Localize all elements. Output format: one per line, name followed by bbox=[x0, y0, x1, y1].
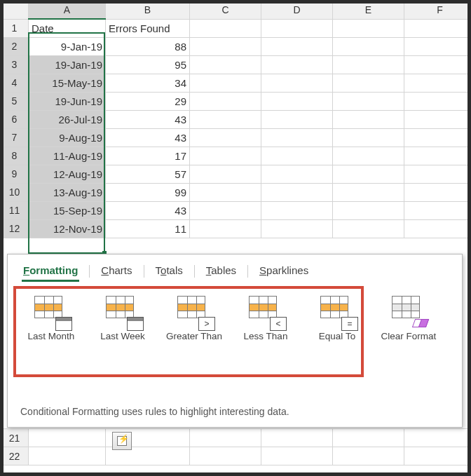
cell[interactable]: 26-Jul-19 bbox=[29, 110, 106, 128]
cell[interactable]: 17 bbox=[106, 147, 190, 165]
row-header[interactable]: 8 bbox=[1, 147, 29, 165]
cell[interactable] bbox=[404, 183, 472, 201]
row-header[interactable]: 5 bbox=[1, 92, 29, 110]
row-header[interactable]: 22 bbox=[1, 447, 29, 465]
row-header[interactable]: 10 bbox=[1, 183, 29, 201]
cell[interactable] bbox=[404, 147, 472, 165]
cell[interactable] bbox=[333, 19, 404, 37]
cell[interactable] bbox=[404, 429, 472, 447]
cell[interactable]: Errors Found bbox=[106, 19, 190, 37]
cell[interactable]: 11 bbox=[106, 219, 190, 238]
quick-analysis-button[interactable] bbox=[112, 432, 132, 450]
tab-formatting[interactable]: Formatting bbox=[16, 260, 85, 282]
row-header[interactable]: 12 bbox=[1, 219, 29, 238]
cell[interactable] bbox=[190, 110, 261, 128]
cell[interactable] bbox=[333, 110, 404, 128]
cell[interactable] bbox=[333, 183, 404, 201]
col-header-D[interactable]: D bbox=[261, 1, 333, 19]
cell[interactable]: 9-Jan-19 bbox=[29, 37, 106, 55]
tab-sparklines[interactable]: Sparklines bbox=[252, 260, 315, 282]
row-header[interactable]: 1 bbox=[1, 19, 29, 37]
cell[interactable]: 15-May-19 bbox=[29, 74, 106, 92]
cell[interactable] bbox=[333, 165, 404, 183]
cell[interactable] bbox=[29, 429, 106, 447]
cell[interactable]: 34 bbox=[106, 74, 190, 92]
tab-charts[interactable]: Charts bbox=[94, 260, 139, 282]
cell[interactable] bbox=[190, 92, 261, 110]
cell[interactable] bbox=[333, 55, 404, 74]
row-header[interactable]: 2 bbox=[1, 37, 29, 55]
cell[interactable] bbox=[404, 19, 472, 37]
col-header-E[interactable]: E bbox=[333, 1, 404, 19]
cell[interactable] bbox=[29, 447, 106, 465]
cell[interactable] bbox=[190, 201, 261, 219]
cell[interactable] bbox=[261, 147, 333, 165]
cell[interactable] bbox=[190, 55, 261, 74]
cell[interactable] bbox=[190, 37, 261, 55]
cell[interactable] bbox=[261, 447, 333, 465]
cell[interactable] bbox=[261, 219, 333, 238]
cell[interactable] bbox=[404, 219, 472, 238]
cell[interactable]: 43 bbox=[106, 110, 190, 128]
option-equal-to[interactable]: = Equal To bbox=[306, 296, 368, 343]
cell[interactable] bbox=[333, 128, 404, 147]
cell[interactable]: 95 bbox=[106, 55, 190, 74]
cell[interactable] bbox=[261, 429, 333, 447]
cell[interactable]: Date bbox=[29, 19, 106, 37]
cell[interactable] bbox=[333, 219, 404, 238]
cell[interactable] bbox=[261, 37, 333, 55]
cell[interactable] bbox=[404, 37, 472, 55]
cell[interactable]: 88 bbox=[106, 37, 190, 55]
cell[interactable] bbox=[261, 110, 333, 128]
cell[interactable] bbox=[404, 128, 472, 147]
tab-tables[interactable]: Tables bbox=[199, 260, 243, 282]
cell[interactable] bbox=[261, 74, 333, 92]
option-last-week[interactable]: Last Week bbox=[92, 296, 153, 343]
cell[interactable]: 11-Aug-19 bbox=[29, 147, 106, 165]
cell[interactable] bbox=[190, 19, 261, 37]
cell[interactable]: 9-Aug-19 bbox=[29, 128, 106, 147]
cell[interactable]: 29 bbox=[106, 92, 190, 110]
col-header-B[interactable]: B bbox=[106, 1, 190, 19]
cell[interactable] bbox=[261, 201, 333, 219]
cell[interactable]: 43 bbox=[106, 128, 190, 147]
cell[interactable] bbox=[404, 165, 472, 183]
cell[interactable] bbox=[333, 147, 404, 165]
cell[interactable] bbox=[404, 110, 472, 128]
row-header[interactable]: 11 bbox=[1, 201, 29, 219]
row-header[interactable]: 4 bbox=[1, 74, 29, 92]
cell[interactable] bbox=[261, 92, 333, 110]
tab-totals[interactable]: Totals bbox=[149, 260, 190, 282]
option-less-than[interactable]: < Less Than bbox=[235, 296, 296, 343]
cell[interactable] bbox=[404, 92, 472, 110]
option-last-month[interactable]: Last Month bbox=[20, 296, 82, 343]
cell[interactable] bbox=[190, 447, 261, 465]
cell[interactable]: 12-Aug-19 bbox=[29, 165, 106, 183]
row-header[interactable]: 3 bbox=[1, 55, 29, 74]
cell[interactable] bbox=[333, 92, 404, 110]
cell[interactable] bbox=[404, 55, 472, 74]
row-header[interactable]: 6 bbox=[1, 110, 29, 128]
cell[interactable] bbox=[404, 74, 472, 92]
cell[interactable] bbox=[333, 201, 404, 219]
col-header-F[interactable]: F bbox=[404, 1, 472, 19]
cell[interactable] bbox=[190, 165, 261, 183]
cell[interactable] bbox=[190, 74, 261, 92]
cell[interactable]: 12-Nov-19 bbox=[29, 219, 106, 238]
cell[interactable] bbox=[190, 128, 261, 147]
cell[interactable]: 13-Aug-19 bbox=[29, 183, 106, 201]
cell[interactable]: 43 bbox=[106, 201, 190, 219]
cell[interactable] bbox=[333, 447, 404, 465]
cell[interactable] bbox=[190, 147, 261, 165]
cell[interactable] bbox=[190, 219, 261, 238]
option-clear-format[interactable]: Clear Format bbox=[378, 296, 439, 343]
select-all-corner[interactable] bbox=[1, 1, 29, 19]
cell[interactable] bbox=[190, 183, 261, 201]
cell[interactable] bbox=[261, 183, 333, 201]
cell[interactable] bbox=[333, 74, 404, 92]
col-header-A[interactable]: A bbox=[29, 1, 106, 19]
cell[interactable]: 15-Sep-19 bbox=[29, 201, 106, 219]
cell[interactable] bbox=[333, 37, 404, 55]
option-greater-than[interactable]: > Greater Than bbox=[163, 296, 225, 343]
cell[interactable] bbox=[261, 165, 333, 183]
